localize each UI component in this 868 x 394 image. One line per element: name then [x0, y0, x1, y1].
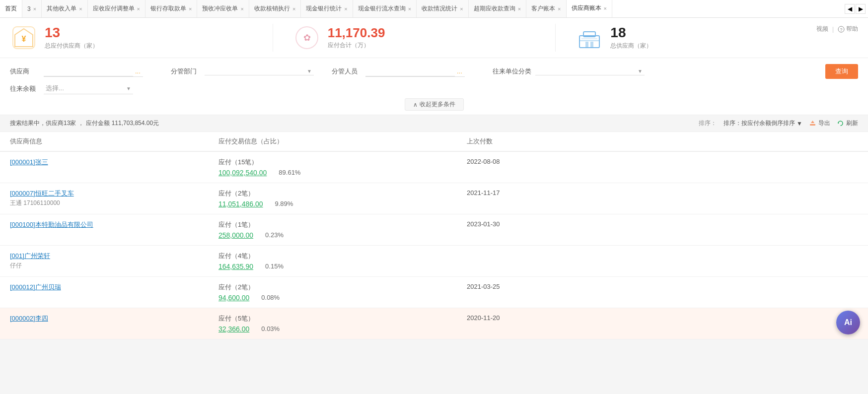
transaction-cell: 应付（15笔） 100,092,540.00 89.61%: [218, 158, 467, 177]
svg-rect-8: [585, 42, 588, 48]
result-amount: 应付金额 111,703,854.00元: [86, 119, 159, 128]
table-row: [000001]张三 应付（15笔） 100,092,540.00 89.61%…: [0, 152, 868, 183]
filter-item-balance: 往来余额 选择... ▼: [10, 83, 159, 94]
refresh-button[interactable]: 刷新: [837, 119, 858, 128]
customer-account-label: 客户账本: [531, 4, 555, 13]
nav-tab-supplier-account[interactable]: 供应商账本 ×: [567, 0, 612, 18]
tx-percent: 0.08%: [261, 294, 280, 301]
query-button[interactable]: 查询: [825, 64, 858, 79]
table-row: [001]广州荣轩 仔仔 应付（4笔） 164,635.90 0.15%: [0, 246, 868, 277]
nav-tab-other-income[interactable]: 其他收入单 ×: [42, 0, 87, 18]
person-input-box: ...: [365, 66, 465, 77]
export-button[interactable]: 导出: [809, 119, 830, 128]
top-nav: 首页 3 × 其他收入单 × 应收应付调整单 × 银行存取款单 × 预收冲应收单…: [0, 0, 868, 18]
supplier-cell: [000100]本特勤油品有限公司: [10, 220, 218, 229]
lastpay-date: 2021-11-17: [467, 188, 500, 197]
verify-label: 收款核销执行: [254, 4, 290, 13]
video-link[interactable]: 视频: [816, 25, 828, 33]
supplier-name-link[interactable]: [000012]广州贝瑞: [10, 283, 218, 292]
supplier-dots-icon[interactable]: ...: [135, 67, 141, 75]
summary-item-suppliers-payable: ¥ 13 总应付供应商（家）: [10, 24, 273, 52]
tx-amount-link[interactable]: 94,600.00: [218, 294, 249, 302]
dept-dropdown[interactable]: ▼: [205, 67, 314, 75]
nav-tab-prepay[interactable]: 预收冲应收单 ×: [197, 0, 249, 18]
tx-percent: 0.15%: [265, 263, 284, 270]
nav-tab-verify[interactable]: 收款核销执行 ×: [249, 0, 301, 18]
header-transaction: 应付交易信息（占比）: [218, 137, 467, 146]
nav-tab-cash-bank-stat[interactable]: 现金银行统计 ×: [301, 0, 353, 18]
customer-account-close[interactable]: ×: [558, 6, 561, 12]
ai-badge-label: Ai: [844, 318, 852, 327]
supplier-input[interactable]: [44, 66, 133, 76]
category-dropdown[interactable]: ▼: [535, 67, 645, 75]
cash-bank-flow-close[interactable]: ×: [408, 6, 411, 12]
collection-stat-close[interactable]: ×: [460, 6, 463, 12]
supplier-name-link[interactable]: [000001]张三: [10, 158, 218, 167]
category-caret-icon: ▼: [638, 68, 643, 74]
balance-caret-icon: ▼: [126, 86, 131, 91]
tx-amount-link[interactable]: 11,051,486.00: [218, 200, 263, 208]
supplier-name-link[interactable]: [000100]本特勤油品有限公司: [10, 220, 218, 229]
nav-tab-ar-adjust[interactable]: 应收应付调整单 ×: [88, 0, 145, 18]
link-divider: |: [832, 26, 834, 33]
person-input[interactable]: [365, 66, 455, 76]
tx-amount-row: 32,366.00 0.03%: [218, 324, 467, 333]
cash-bank-stat-label: 现金银行统计: [306, 4, 342, 13]
tx-amount-link[interactable]: 258,000.00: [218, 231, 253, 239]
prepay-close[interactable]: ×: [240, 6, 243, 12]
result-right-tools: 排序： 排序：按应付余额倒序排序 ▼ 导出 刷新: [699, 119, 858, 128]
svg-marker-14: [811, 121, 814, 123]
tx-amount-row: 94,600.00 0.08%: [218, 293, 467, 302]
nav-tab-cash-bank-flow[interactable]: 现金银行流水查询 ×: [353, 0, 417, 18]
nav-tab-3[interactable]: 3 ×: [22, 0, 42, 18]
tx-amount-link[interactable]: 32,366.00: [218, 325, 249, 333]
supplier-name-link[interactable]: [001]广州荣轩: [10, 252, 218, 261]
bank-deposit-close[interactable]: ×: [189, 6, 192, 12]
lastpay-date: 2022-08-08: [467, 157, 500, 165]
nav-prev-button[interactable]: ◀: [845, 4, 855, 14]
supplier-payable-icon: ¥: [10, 24, 38, 52]
transaction-cell: 应付（4笔） 164,635.90 0.15%: [218, 252, 467, 270]
help-link[interactable]: ? 帮助: [838, 25, 858, 33]
nav-tab-collection-stat[interactable]: 收款情况统计 ×: [417, 0, 468, 18]
nav-tab-overdue[interactable]: 超期应收款查询 ×: [469, 0, 526, 18]
summary-item-total-suppliers: 18 总供应商（家）: [576, 24, 838, 52]
tx-amount-row: 11,051,486.00 9.89%: [218, 199, 467, 208]
supplier-name-link[interactable]: [000002]李四: [10, 314, 218, 323]
summary-bar: ¥ 13 总应付供应商（家） ✿ 11,170.39 应付合计（万）: [0, 18, 868, 58]
ar-adjust-close[interactable]: ×: [137, 6, 140, 12]
balance-dropdown[interactable]: 选择... ▼: [44, 83, 133, 94]
person-dots-icon[interactable]: ...: [457, 67, 462, 75]
supplier-name-link[interactable]: [000007]恒旺二手叉车: [10, 189, 218, 198]
nav-tab-customer-account[interactable]: 客户账本 ×: [526, 0, 566, 18]
supplier-account-close[interactable]: ×: [604, 5, 607, 11]
tx-amount-link[interactable]: 164,635.90: [218, 263, 253, 270]
nav-tab-home[interactable]: 首页: [0, 0, 22, 18]
tx-label: 应付（1笔）: [218, 220, 467, 229]
svg-text:✿: ✿: [303, 33, 310, 43]
cash-bank-stat-close[interactable]: ×: [344, 6, 347, 12]
other-income-close[interactable]: ×: [79, 6, 82, 12]
ai-badge[interactable]: Ai: [836, 311, 860, 334]
collection-stat-label: 收款情况统计: [422, 4, 457, 13]
nav-tab-bank-deposit[interactable]: 银行存取款单 ×: [145, 0, 197, 18]
nav-next-button[interactable]: ▶: [856, 4, 866, 14]
overdue-close[interactable]: ×: [518, 6, 521, 12]
total-payable-amount: 11,170.39: [328, 26, 385, 39]
sort-option[interactable]: 排序：按应付余额倒序排序 ▼: [723, 119, 802, 128]
collapse-button[interactable]: ∧ 收起更多条件: [405, 98, 464, 111]
tab-3-close[interactable]: ×: [33, 6, 36, 12]
dept-caret-icon: ▼: [307, 68, 312, 74]
tx-label: 应付（5笔）: [218, 314, 467, 323]
total-supplier-count: 18: [610, 26, 652, 40]
header-lastpay: 上次付数: [467, 137, 858, 146]
filter-area: 供应商 ... 分管部门 ▼ 分管人员 ... 往来单位分类: [0, 58, 868, 115]
tx-amount-link[interactable]: 100,092,540.00: [218, 169, 267, 177]
tx-amount-row: 100,092,540.00 89.61%: [218, 168, 467, 177]
tx-percent: 0.23%: [265, 231, 284, 239]
lastpay-cell: 2021-11-17: [467, 189, 858, 197]
verify-close[interactable]: ×: [292, 6, 295, 12]
transaction-cell: 应付（1笔） 258,000.00 0.23%: [218, 220, 467, 239]
tab-3-label: 3: [27, 5, 31, 12]
table-row: [000002]李四 应付（5笔） 32,366.00 0.03% 2020-1…: [0, 308, 868, 339]
